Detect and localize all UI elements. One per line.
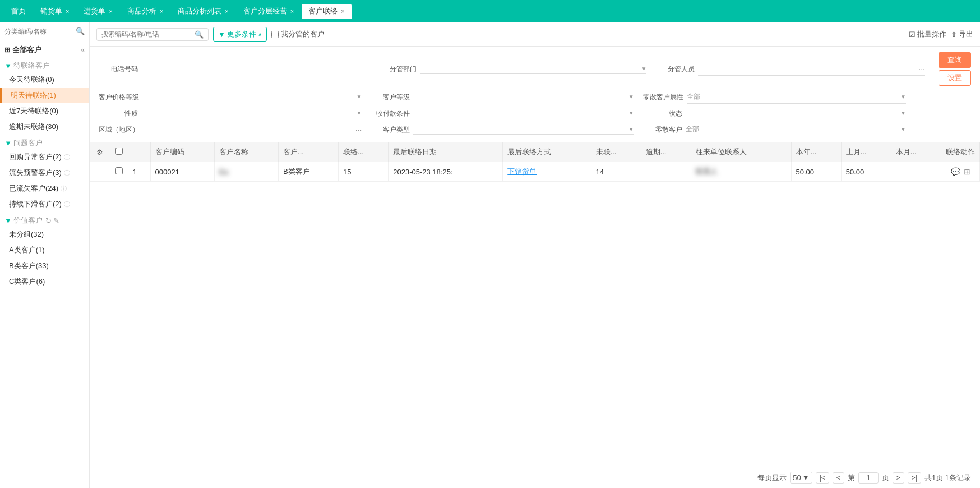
page-input[interactable] xyxy=(858,472,879,484)
info-icon-declining: ⓘ xyxy=(64,200,70,209)
nav-customer-segment[interactable]: 客户分层经营 × xyxy=(237,4,301,19)
next-page-btn[interactable]: > xyxy=(893,472,904,484)
nav-sales[interactable]: 销货单 × xyxy=(34,4,76,19)
select-all-checkbox[interactable] xyxy=(115,148,123,155)
filter-retail-attr-value: 全部 xyxy=(687,92,700,102)
my-customers-checkbox-label[interactable]: 我分管的客户 xyxy=(271,29,325,39)
section-value-customers: ▼ 价值客户 ↻ ✎ xyxy=(0,212,89,227)
col-last-contact-date-label: 最后联络日期 xyxy=(393,148,437,156)
table-container[interactable]: ⚙ 客户编码 客户名称 客户... 联络... 最后联络日期 最后联络方式 未联… xyxy=(90,142,980,467)
row-overdue xyxy=(641,162,691,182)
my-customers-checkbox[interactable] xyxy=(271,31,279,38)
sidebar-item-7days-label: 近7天待联络(0) xyxy=(9,106,58,116)
col-overdue-label: 逾期... xyxy=(646,148,667,156)
nav-product-analysis-close[interactable]: × xyxy=(160,8,163,15)
section-pending-label: 待联络客户 xyxy=(13,61,50,71)
filter-region-label: 区域（地区） xyxy=(99,125,139,135)
set-btn[interactable]: 设置 xyxy=(939,70,971,86)
nav-sales-close[interactable]: × xyxy=(66,8,69,15)
filter-person-select[interactable]: ··· xyxy=(698,63,925,76)
nav-purchase[interactable]: 进货单 × xyxy=(77,4,119,19)
filter-retail-customer-arrow: ▼ xyxy=(900,126,906,132)
footer-right: 每页显示 50 ▼ |< < 第 页 > >| 共1页 1条记录 xyxy=(757,472,971,484)
col-this-year-label: 本年... xyxy=(796,148,817,156)
nav-customer-contact[interactable]: 客户联络 × xyxy=(302,4,351,19)
sidebar-item-today[interactable]: 今天待联络(0) xyxy=(0,72,89,88)
col-type-label: 客户... xyxy=(283,148,304,156)
sidebar-item-class-c[interactable]: C类客户(6) xyxy=(0,274,89,289)
sidebar-search-input[interactable] xyxy=(4,27,73,35)
nav-product-analysis[interactable]: 商品分析 × xyxy=(121,4,170,19)
sidebar-all-customers[interactable]: ⊞ 全部客户 « xyxy=(0,40,89,57)
filter-retail-customer-select[interactable]: 全部 ▼ xyxy=(686,123,906,136)
batch-op-btn[interactable]: ☑ 批量操作 xyxy=(909,29,946,39)
sidebar-search-icon[interactable]: 🔍 xyxy=(76,27,85,35)
filter-person-label: 分管人员 xyxy=(655,65,695,74)
filter-more-btn[interactable]: ▼ 更多条件 ∧ xyxy=(213,27,267,42)
row-contact: 15 xyxy=(339,162,389,182)
query-btn[interactable]: 查询 xyxy=(939,52,971,68)
sidebar-item-class-c-label: C类客户(6) xyxy=(9,277,45,287)
nav-product-list-close[interactable]: × xyxy=(225,8,228,15)
settings-icon[interactable]: ⚙ xyxy=(96,148,103,156)
search-input[interactable] xyxy=(101,30,192,38)
filter-customer-level-select[interactable]: ▼ xyxy=(413,92,634,102)
sidebar: 🔍 ⊞ 全部客户 « ▼ 待联络客户 今天待联络(0) 明天待联络(1) 近7天… xyxy=(0,22,90,488)
page-size-value: 50 xyxy=(793,473,801,482)
sidebar-item-7days[interactable]: 近7天待联络(0) xyxy=(0,103,89,119)
nav-customer-contact-close[interactable]: × xyxy=(341,8,344,15)
prev-page-btn[interactable]: < xyxy=(833,472,844,484)
nav-purchase-close[interactable]: × xyxy=(109,8,112,15)
sidebar-collapse-btn[interactable]: « xyxy=(81,46,85,54)
filter-payment-select[interactable]: ▼ xyxy=(413,108,634,118)
sidebar-item-overdue[interactable]: 逾期未联络(30) xyxy=(0,119,89,135)
filter-status-select[interactable]: ▼ xyxy=(686,108,906,118)
filter-nature-select[interactable]: ▼ xyxy=(141,108,362,118)
sidebar-item-class-b[interactable]: B类客户(33) xyxy=(0,258,89,274)
last-contact-link[interactable]: 下销货单 xyxy=(507,167,537,176)
col-name-label: 客户名称 xyxy=(219,148,248,156)
first-page-btn[interactable]: |< xyxy=(816,472,829,484)
sidebar-item-repurchase-abnormal[interactable]: 回购异常客户(2) ⓘ xyxy=(0,149,89,165)
nav-home-label: 首页 xyxy=(11,6,26,16)
sidebar-item-declining[interactable]: 持续下滑客户(2) ⓘ xyxy=(0,196,89,212)
row-last-contact-date: 2023-05-23 18:25: xyxy=(389,162,503,182)
export-btn[interactable]: ⇧ 导出 xyxy=(951,29,973,39)
nav-customer-contact-label: 客户联络 xyxy=(308,6,338,16)
filter-customer-type-select[interactable]: ▼ xyxy=(413,125,634,135)
sidebar-item-class-a[interactable]: A类客户(1) xyxy=(0,242,89,258)
toolbar: 🔍 ▼ 更多条件 ∧ 我分管的客户 ☑ 批量操作 ⇧ 导出 xyxy=(90,22,980,47)
batch-op-label: 批量操作 xyxy=(917,29,946,39)
sidebar-item-lost[interactable]: 已流失客户(24) ⓘ xyxy=(0,181,89,196)
filter-buttons: 查询 设置 xyxy=(934,52,971,86)
filter-price-level-select[interactable]: ▼ xyxy=(142,92,362,102)
page-size-select[interactable]: 50 ▼ xyxy=(790,472,812,484)
nav-product-list-label: 商品分析列表 xyxy=(178,6,221,16)
search-icon[interactable]: 🔍 xyxy=(195,30,204,39)
row-checkbox[interactable] xyxy=(115,167,123,174)
section-pending-contact: ▼ 待联络客户 xyxy=(0,57,89,72)
sidebar-item-loss-warning[interactable]: 流失预警客户(3) ⓘ xyxy=(0,165,89,181)
action-grid-icon[interactable]: ⊞ xyxy=(964,167,970,176)
sidebar-search-area: 🔍 xyxy=(0,22,89,40)
section-value-refresh-icon[interactable]: ↻ xyxy=(45,217,52,225)
section-value-edit-icon[interactable]: ✎ xyxy=(53,217,59,225)
filter-retail-attr-select[interactable]: 全部 ▼ xyxy=(687,90,906,104)
last-page-btn[interactable]: >| xyxy=(908,472,921,484)
sidebar-item-today-label: 今天待联络(0) xyxy=(9,75,54,85)
filter-retail-attr: 零散客户属性 全部 ▼ xyxy=(643,90,906,104)
sidebar-item-tomorrow[interactable]: 明天待联络(1) xyxy=(0,88,89,103)
filter-btn-label: 更多条件 xyxy=(227,29,256,39)
filter-phone-input[interactable] xyxy=(141,63,368,75)
nav-customer-segment-close[interactable]: × xyxy=(290,8,294,15)
section-problem-label: 问题客户 xyxy=(13,138,43,148)
filter-row-1: 电话号码 分管部门 ▼ 分管人员 ··· xyxy=(99,52,971,86)
my-customers-label: 我分管的客户 xyxy=(281,29,325,39)
col-contact: 联络... xyxy=(339,142,389,162)
filter-region-select[interactable]: ··· xyxy=(142,123,362,136)
nav-home[interactable]: 首页 xyxy=(4,4,33,19)
nav-product-list[interactable]: 商品分析列表 × xyxy=(171,4,235,19)
sidebar-item-ungrouped[interactable]: 未分组(32) xyxy=(0,227,89,242)
filter-dept-select[interactable]: ▼ xyxy=(420,64,647,74)
action-message-icon[interactable]: 💬 xyxy=(951,167,960,176)
